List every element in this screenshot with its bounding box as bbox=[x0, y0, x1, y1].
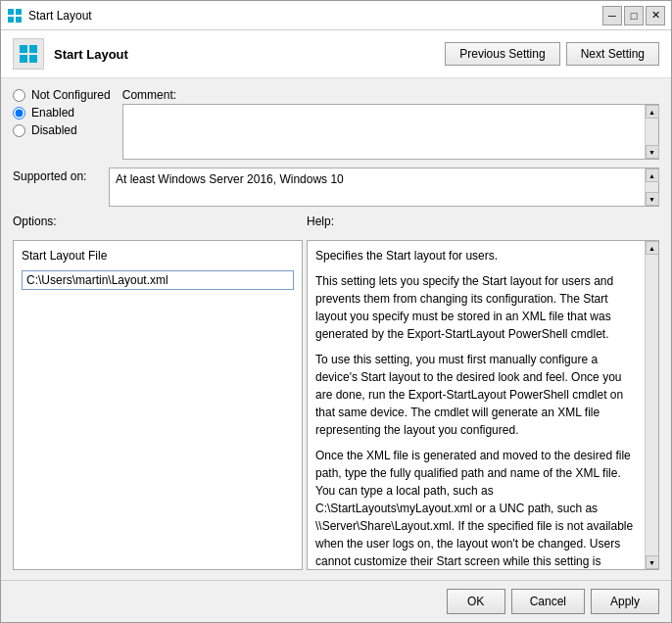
header-area: Start Layout Previous Setting Next Setti… bbox=[1, 30, 671, 78]
previous-setting-button[interactable]: Previous Setting bbox=[445, 42, 559, 66]
help-p1: Specifies the Start layout for users. bbox=[315, 247, 637, 264]
disabled-option[interactable]: Disabled bbox=[13, 123, 111, 137]
not-configured-option[interactable]: Not Configured bbox=[13, 88, 111, 102]
options-panel: Start Layout File bbox=[13, 240, 303, 570]
svg-rect-3 bbox=[16, 17, 22, 23]
window-icon bbox=[7, 8, 23, 24]
help-p4: Once the XML file is generated and moved… bbox=[315, 447, 637, 569]
svg-rect-5 bbox=[29, 45, 37, 53]
svg-rect-7 bbox=[29, 55, 37, 63]
comment-section: Comment: ▲ ▼ bbox=[122, 88, 659, 160]
supported-value: At least Windows Server 2016, Windows 10 bbox=[110, 168, 645, 206]
comment-scroll-track bbox=[646, 119, 658, 145]
next-setting-button[interactable]: Next Setting bbox=[566, 42, 659, 66]
options-help-panels: Start Layout File Specifies the Start la… bbox=[13, 240, 659, 570]
header-buttons: Previous Setting Next Setting bbox=[445, 42, 659, 66]
title-bar: Start Layout ─ □ ✕ bbox=[1, 1, 671, 30]
options-help-labels: Options: Help: bbox=[13, 215, 659, 228]
enabled-label: Enabled bbox=[31, 106, 74, 120]
enabled-option[interactable]: Enabled bbox=[13, 106, 111, 120]
close-button[interactable]: ✕ bbox=[646, 6, 665, 25]
options-input-wrap bbox=[22, 270, 294, 290]
disabled-label: Disabled bbox=[31, 123, 77, 137]
help-p3: To use this setting, you must first manu… bbox=[315, 351, 637, 439]
supported-row: Supported on: At least Windows Server 20… bbox=[13, 168, 659, 207]
options-heading: Options: bbox=[13, 215, 307, 228]
title-controls: ─ □ ✕ bbox=[602, 6, 665, 25]
radio-comment-row: Not Configured Enabled Disabled Comment: bbox=[13, 88, 659, 160]
maximize-button[interactable]: □ bbox=[624, 6, 644, 25]
header-title: Start Layout bbox=[54, 47, 128, 62]
supported-label: Supported on: bbox=[13, 168, 101, 183]
options-panel-title: Start Layout File bbox=[22, 249, 294, 263]
title-text: Start Layout bbox=[28, 9, 92, 23]
radio-section: Not Configured Enabled Disabled bbox=[13, 88, 111, 137]
comment-scrollbar: ▲ ▼ bbox=[645, 105, 658, 159]
supported-scroll-down[interactable]: ▼ bbox=[646, 192, 659, 206]
apply-button[interactable]: Apply bbox=[591, 589, 659, 614]
minimize-button[interactable]: ─ bbox=[602, 6, 622, 25]
comment-label: Comment: bbox=[122, 88, 659, 102]
content-area: Not Configured Enabled Disabled Comment: bbox=[1, 78, 671, 580]
help-panel: Specifies the Start layout for users. Th… bbox=[308, 241, 645, 569]
help-scroll-up[interactable]: ▲ bbox=[646, 241, 659, 255]
comment-textarea-wrap: ▲ ▼ bbox=[122, 104, 659, 160]
help-scroll-track bbox=[646, 255, 658, 555]
footer: OK Cancel Apply bbox=[1, 580, 671, 622]
help-heading: Help: bbox=[307, 215, 659, 228]
comment-textarea[interactable] bbox=[123, 105, 645, 159]
help-panel-wrap: Specifies the Start layout for users. Th… bbox=[307, 240, 659, 570]
comment-scroll-down[interactable]: ▼ bbox=[646, 145, 659, 159]
main-window: Start Layout ─ □ ✕ Start Layout Previous… bbox=[0, 0, 672, 623]
comment-scroll-up[interactable]: ▲ bbox=[646, 105, 659, 119]
svg-rect-4 bbox=[20, 45, 27, 53]
title-bar-left: Start Layout bbox=[7, 8, 92, 24]
header-icon bbox=[13, 38, 44, 70]
supported-scrollbar: ▲ ▼ bbox=[645, 168, 658, 206]
enabled-radio[interactable] bbox=[13, 107, 25, 120]
supported-scroll-up[interactable]: ▲ bbox=[646, 168, 659, 182]
not-configured-label: Not Configured bbox=[31, 88, 111, 102]
help-scrollbar: ▲ ▼ bbox=[645, 241, 658, 569]
svg-rect-0 bbox=[8, 9, 14, 15]
layout-file-input[interactable] bbox=[23, 271, 293, 289]
supported-scroll-track bbox=[646, 182, 658, 192]
svg-rect-2 bbox=[8, 17, 14, 23]
supported-box: At least Windows Server 2016, Windows 10… bbox=[109, 168, 659, 207]
help-scroll-down[interactable]: ▼ bbox=[646, 555, 659, 569]
svg-rect-1 bbox=[16, 9, 22, 15]
disabled-radio[interactable] bbox=[13, 124, 25, 137]
ok-button[interactable]: OK bbox=[447, 589, 505, 614]
not-configured-radio[interactable] bbox=[13, 89, 25, 102]
svg-rect-6 bbox=[20, 55, 27, 63]
cancel-button[interactable]: Cancel bbox=[511, 589, 585, 614]
help-p2: This setting lets you specify the Start … bbox=[315, 272, 637, 343]
